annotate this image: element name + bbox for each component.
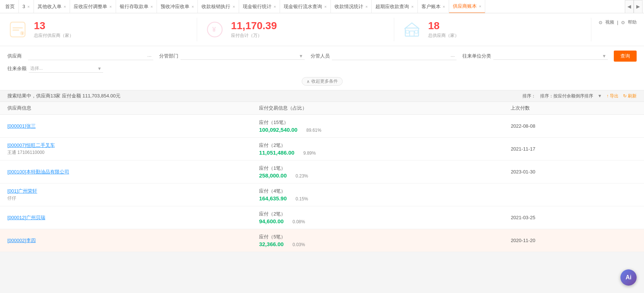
supplier-link-4[interactable]: [001]广州荣轩: [7, 188, 259, 194]
supplier-cell-1: [000001]张三: [7, 123, 259, 130]
close-supplier-ledger[interactable]: ×: [479, 4, 481, 8]
filter-row-2: 往来余额 选择... ▼: [7, 65, 637, 73]
close-customer-ledger[interactable]: ×: [443, 4, 445, 9]
tx-amount-6[interactable]: 32,366.00: [259, 241, 284, 247]
sort-label: 排序：: [522, 93, 536, 99]
person-input[interactable]: [333, 53, 449, 59]
export-icon: ↑: [606, 93, 609, 99]
customer-ledger-label: 客户账本: [421, 3, 441, 10]
collapse-row: ∧ 收起更多条件: [7, 76, 637, 87]
all-label: 总供应商（家）: [428, 32, 459, 39]
tx-amount-4[interactable]: 164,635.90: [259, 195, 287, 201]
table-row: [001]广州荣轩 仔仔 应付（4笔） 164,635.90 0.15%: [0, 183, 644, 206]
tx-label-2: 应付（2笔）: [259, 142, 511, 149]
nav-tab-overdue[interactable]: 超期应收款查询 ×: [372, 0, 417, 13]
supplier-link-2[interactable]: [000007]恒旺二手叉车: [7, 142, 259, 149]
svg-rect-10: [415, 30, 418, 33]
nav-tab-collection-stats[interactable]: 收款情况统计 ×: [331, 0, 372, 13]
person-filter: 分管人员 ···: [311, 52, 456, 60]
collapse-button[interactable]: ∧ 收起更多条件: [302, 77, 343, 86]
nav-tab-advance[interactable]: 预收冲应收单 ×: [157, 0, 198, 13]
lastpay-cell-6: 2020-11-20: [511, 238, 637, 243]
lastpay-3: 2023-01-30: [511, 169, 535, 175]
nav-tab-bank[interactable]: 银行存取款单 ×: [116, 0, 157, 13]
circle-icon2: ⊙: [621, 20, 625, 25]
close-other-income[interactable]: ×: [64, 4, 66, 9]
refresh-button[interactable]: ↻ 刷新: [623, 93, 637, 99]
supplier-input-wrap[interactable]: ···: [28, 52, 153, 60]
supplier-input[interactable]: [29, 53, 146, 59]
supplier-cell-2: [000007]恒旺二手叉车 王通 17106110000: [7, 142, 259, 156]
lastpay-1: 2022-08-08: [511, 123, 535, 129]
advance-label: 预收冲应收单: [161, 3, 189, 10]
supplier-filter-label: 供应商: [7, 53, 26, 59]
tx-row-1: 100,092,540.00 89.61%: [259, 127, 511, 133]
lastpay-2: 2021-11-17: [511, 146, 535, 152]
sort-value[interactable]: 排序：按应付余额倒序排序: [540, 93, 593, 99]
nav-tab-home[interactable]: 首页: [1, 0, 19, 13]
supplier-link-5[interactable]: [000012]广州贝瑞: [7, 214, 259, 221]
tx-label-3: 应付（1笔）: [259, 165, 511, 172]
close-tab-3[interactable]: ×: [27, 4, 29, 9]
summary-total-text: 11,170.39 应付合计（万）: [231, 21, 277, 39]
tx-cell-6: 应付（5笔） 32,366.00 0.03%: [259, 234, 511, 247]
export-button[interactable]: ↑ 导出: [606, 93, 619, 99]
all-number: 18: [428, 21, 459, 31]
close-advance[interactable]: ×: [192, 4, 194, 9]
close-overdue[interactable]: ×: [411, 4, 413, 9]
query-button[interactable]: 查询: [614, 51, 637, 62]
dept-select[interactable]: ▼: [181, 53, 305, 60]
nav-tab-other-income[interactable]: 其他收入单 ×: [34, 0, 70, 13]
close-bank[interactable]: ×: [151, 4, 153, 9]
supplier-link-3[interactable]: [000100]本特勤油品有限公司: [7, 169, 259, 175]
table-header: 供应商信息 应付交易信息（占比） 上次付数: [0, 102, 644, 115]
video-link[interactable]: 视频: [605, 19, 614, 25]
cash-stats-label: 现金银行统计: [243, 3, 272, 10]
unit-chevron: ▼: [602, 54, 606, 59]
close-cash-flow[interactable]: ×: [324, 4, 326, 9]
summary-payable-suppliers: ¥ 13 总应付供应商（家）: [7, 18, 197, 41]
nav-arrow-right[interactable]: ▶: [634, 0, 643, 13]
supplier-link-6[interactable]: [000002]李四: [7, 237, 259, 244]
balance-value: 选择...: [30, 65, 43, 72]
nav-arrow-left[interactable]: ◀: [625, 0, 634, 13]
tx-amount-1[interactable]: 100,092,540.00: [259, 127, 297, 133]
lastpay-cell-5: 2021-03-25: [511, 215, 637, 220]
tx-row-3: 258,000.00 0.23%: [259, 172, 511, 179]
tx-amount-5[interactable]: 94,600.00: [259, 218, 284, 224]
lastpay-5: 2021-03-25: [511, 215, 535, 220]
close-collection[interactable]: ×: [232, 4, 235, 9]
unit-select[interactable]: ▼: [493, 53, 608, 60]
nav-tab-collection[interactable]: 收款核销执行 ×: [198, 0, 239, 13]
supplier-cell-4: [001]广州荣轩 仔仔: [7, 188, 259, 201]
total-number: 11,170.39: [231, 21, 277, 31]
balance-select[interactable]: 选择... ▼: [29, 65, 103, 73]
supplier-link-1[interactable]: [000001]张三: [7, 123, 259, 130]
dept-filter-label: 分管部门: [159, 53, 178, 59]
tx-amount-2[interactable]: 11,051,486.00: [259, 149, 294, 156]
person-input-wrap[interactable]: ···: [332, 52, 456, 60]
total-label: 应付合计（万）: [231, 32, 277, 39]
tx-label-5: 应付（2笔）: [259, 211, 511, 217]
balance-filter-label: 往来余额: [7, 65, 27, 72]
summary-all-suppliers: 18 总供应商（家）: [402, 18, 591, 41]
nav-tab-adjustments[interactable]: 应收应付调整单 ×: [70, 0, 116, 13]
svg-rect-1: [13, 27, 23, 28]
help-link[interactable]: 帮助: [628, 19, 637, 25]
supplier-sub-2: 王通 17106110000: [7, 149, 259, 156]
person-filter-label: 分管人员: [311, 53, 330, 59]
refresh-label: 刷新: [628, 93, 637, 99]
nav-tab-cash-stats[interactable]: 现金银行统计 ×: [239, 0, 280, 13]
close-collection-stats[interactable]: ×: [365, 4, 368, 9]
close-cash-stats[interactable]: ×: [274, 4, 276, 9]
tx-amount-3[interactable]: 258,000.00: [259, 172, 287, 179]
table-row: [000100]本特勤油品有限公司 应付（1笔） 258,000.00 0.23…: [0, 161, 644, 183]
nav-tab-supplier-ledger[interactable]: 供应商账本 ×: [449, 0, 485, 13]
filter-row-1: 供应商 ··· 分管部门 ▼ 分管人员 ··· 往来单位分类 ▼: [7, 51, 637, 62]
nav-tab-3[interactable]: 3 ×: [19, 0, 34, 13]
table-row: [000012]广州贝瑞 应付（2笔） 94,600.00 0.08% 2021…: [0, 206, 644, 229]
close-adjustments[interactable]: ×: [109, 4, 112, 9]
table-row: [000007]恒旺二手叉车 王通 17106110000 应付（2笔） 11,…: [0, 138, 644, 161]
nav-tab-cash-flow[interactable]: 现金银行流水查询 ×: [280, 0, 330, 13]
nav-tab-customer-ledger[interactable]: 客户账本 ×: [418, 0, 449, 13]
